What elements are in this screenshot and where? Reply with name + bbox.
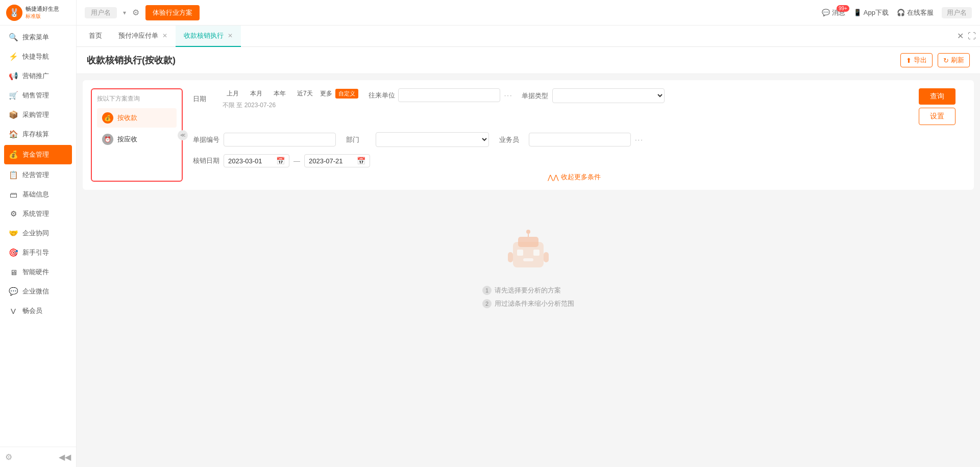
sidebar-icon-11: 🎯 [8,248,18,257]
staff-label: 业务员 [499,135,525,144]
date-btn-this-year[interactable]: 本年 [270,88,290,99]
tab-home[interactable]: 首页 [81,26,110,47]
collapse-more-button[interactable]: ⋀⋀ 收起更多条件 [548,173,601,182]
sidebar-label-3: 销售管理 [22,91,49,100]
sidebar-label-13: 企业微信 [22,287,49,296]
tabbar: 首页 预付冲应付单 ✕ 收款核销执行 ✕ ✕ ⛶ [77,26,980,47]
svg-rect-3 [533,250,540,256]
sidebar-icon-1: ⚡ [8,52,18,61]
doctype-select[interactable] [552,88,665,103]
sidebar-item-12[interactable]: 🖥智能硬件 [0,262,76,282]
topbar-gear-icon[interactable]: ⚙ [132,8,139,17]
topbar-app-download[interactable]: 📱 App下载 [853,8,889,17]
dept-select[interactable] [376,132,489,147]
sidebar-label-4: 采购管理 [22,110,49,119]
empty-tips: 1请先选择要分析的方案2用过滤条件来缩小分析范围 [482,286,574,312]
verify-date-range: 📅 — 📅 [224,154,370,167]
refresh-button[interactable]: ↻ 刷新 [938,53,970,67]
sidebar-icon-5: 🏠 [8,130,18,139]
date-range-dash: — [293,157,300,165]
verify-date-start-input[interactable] [228,157,274,165]
sidebar-item-13[interactable]: 💬企业微信 [0,282,76,301]
sidebar-item-9[interactable]: ⚙系统管理 [0,204,76,224]
settings-button[interactable]: 设置 [919,108,955,125]
sidebar-item-7[interactable]: 📋经营管理 [0,165,76,185]
tab-receivable[interactable]: 收款核销执行 ✕ [176,26,241,47]
tip-num-0: 1 [482,286,492,295]
tabbar-actions: ✕ ⛶ [957,31,980,41]
empty-tip-1: 2用过滤条件来缩小分析范围 [482,299,574,308]
filter-option-by-receipt[interactable]: 💰 按收款 [97,108,177,128]
collapse-sidebar-icon[interactable]: ◀◀ [59,452,71,462]
svg-rect-1 [518,237,538,247]
doctype-label: 单据类型 [522,91,548,101]
sidebar-logo: 🐰 畅捷通好生意 标准版 [0,0,76,26]
settings-icon[interactable]: ⚙ [5,452,12,462]
sidebar-item-0[interactable]: 🔍搜索菜单 [0,28,76,47]
staff-ellipsis-icon[interactable]: ··· [635,136,644,143]
tabbar-close-all-icon[interactable]: ✕ [957,31,964,41]
filter-option-by-receivable[interactable]: ⏰ 按应收 [97,130,177,149]
page-title: 收款核销执行(按收款) [87,54,176,66]
date-btn-last-month[interactable]: 上月 [223,88,243,99]
solution-button[interactable]: 体验行业方案 [145,5,200,20]
topbar-user[interactable]: 用户名 [942,7,972,18]
app-icon: 📱 [853,9,862,16]
tip-text-1: 用过滤条件来缩小分析范围 [495,299,574,308]
tab-receivable-close-icon[interactable]: ✕ [228,32,233,39]
tab-prepay[interactable]: 预付冲应付单 ✕ [110,26,176,47]
topbar-online-service[interactable]: 🎧 在线客服 [897,8,934,17]
sidebar-label-5: 库存核算 [22,130,49,139]
filter-panel-title: 按以下方案查询 [97,94,177,103]
tabbar-expand-icon[interactable]: ⛶ [968,32,976,41]
sidebar-label-0: 搜索菜单 [22,33,49,42]
filter-date-field: 日期 上月 本月 本年 近7天 更多 自定义 不限 至 20 [193,88,358,110]
verify-date-end-calendar-icon[interactable]: 📅 [357,157,365,165]
partner-input[interactable] [398,88,500,102]
main: 用户名 ▾ ⚙ 体验行业方案 💬 消息 99+ 📱 App下载 🎧 在线客服 用… [77,0,980,467]
topbar-left: 用户名 ▾ ⚙ 体验行业方案 [85,5,200,20]
topbar-message[interactable]: 💬 消息 99+ [822,8,845,17]
date-btn-more[interactable]: 更多 [320,89,332,98]
page-content: 收款核销执行(按收款) ⬆ 导出 ↻ 刷新 按以下方案查询 💰 按收款 [77,47,980,467]
svg-point-7 [526,230,530,234]
logo-sub: 标准版 [26,13,59,20]
date-btn-7days[interactable]: 近7天 [293,88,317,99]
message-badge: 99+ [837,5,849,12]
collapse-more-row: ⋀⋀ 收起更多条件 [193,173,955,182]
svg-rect-6 [544,252,549,262]
filter-left-panel: 按以下方案查询 💰 按收款 ⏰ 按应收 ≪ [91,88,183,182]
sidebar-item-2[interactable]: 📢营销推广 [0,66,76,86]
verify-date-start-calendar-icon[interactable]: 📅 [276,157,285,165]
docnum-input[interactable] [224,133,336,146]
sidebar-item-6[interactable]: 💰资金管理 [4,145,72,164]
sidebar-bottom: ⚙ ◀◀ [0,447,76,467]
sidebar-item-5[interactable]: 🏠库存核算 [0,125,76,144]
export-button[interactable]: ⬆ 导出 [900,53,933,67]
date-custom-badge[interactable]: 自定义 [335,89,358,99]
query-button[interactable]: 查询 [919,88,955,105]
sidebar-item-1[interactable]: ⚡快捷导航 [0,47,76,66]
sidebar-item-14[interactable]: V畅会员 [0,301,76,321]
sidebar-item-8[interactable]: 🗃基础信息 [0,185,76,204]
sidebar-item-4[interactable]: 📦采购管理 [0,105,76,125]
partner-ellipsis-icon[interactable]: ··· [504,91,513,99]
sidebar-item-10[interactable]: 🤝企业协同 [0,224,76,243]
topbar-right: 💬 消息 99+ 📱 App下载 🎧 在线客服 用户名 [822,7,972,18]
service-icon: 🎧 [897,9,905,16]
sidebar-label-11: 新手引导 [22,248,49,257]
topbar-chevron-icon[interactable]: ▾ [123,9,126,16]
sidebar-icon-3: 🛒 [8,91,18,100]
filter-dept-field: 部门 [346,132,489,147]
sidebar-item-11[interactable]: 🎯新手引导 [0,243,76,262]
sidebar-item-3[interactable]: 🛒销售管理 [0,86,76,105]
empty-state: 1请先选择要分析的方案2用过滤条件来缩小分析范围 [77,196,980,343]
date-btn-this-month[interactable]: 本月 [246,88,266,99]
sidebar-label-2: 营销推广 [22,71,49,81]
filter-area: 按以下方案查询 💰 按收款 ⏰ 按应收 ≪ 日期 [83,80,974,190]
verify-date-end-box: 📅 [304,154,370,167]
staff-input[interactable] [529,133,631,146]
verify-date-end-input[interactable] [309,157,355,165]
panel-collapse-button[interactable]: ≪ [178,130,188,140]
tab-prepay-close-icon[interactable]: ✕ [162,32,167,39]
